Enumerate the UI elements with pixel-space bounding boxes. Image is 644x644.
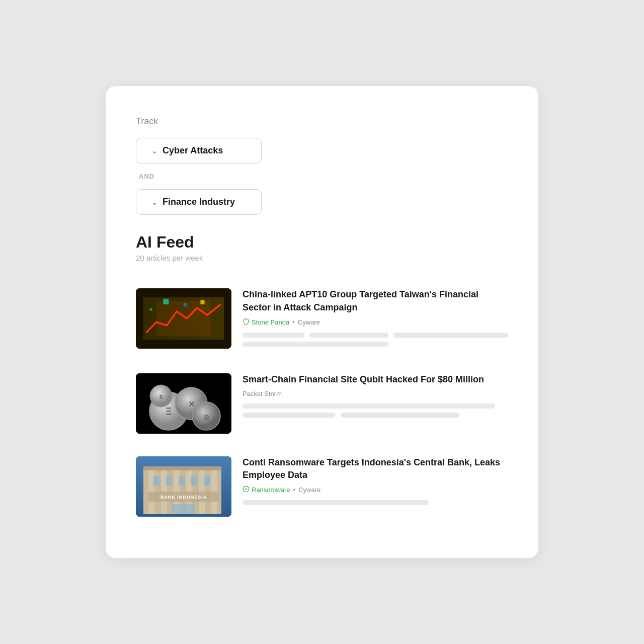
article-tag-1[interactable]: Stone Panda (243, 318, 289, 327)
svg-rect-21 (143, 466, 221, 470)
article-tag-label-3: Ransomware (252, 486, 290, 494)
article-meta-2: Packet Storm (243, 390, 508, 397)
svg-rect-7 (184, 303, 187, 307)
skeleton-1a3 (393, 333, 508, 338)
cyber-attacks-label: Cyber Attacks (163, 145, 223, 156)
article-list: China-linked APT10 Group Targeted Taiwan… (136, 277, 508, 527)
article-source-2: Packet Storm (243, 390, 282, 397)
skeleton-1a2 (309, 333, 389, 338)
cyber-attacks-dropdown[interactable]: ⌄ Cyber Attacks (136, 138, 262, 164)
main-card: Track ⌄ Cyber Attacks AND ⌄ Finance Indu… (106, 86, 538, 557)
tag-icon-3 (243, 486, 250, 494)
article-title-2: Smart-Chain Financial Site Qubit Hacked … (243, 373, 508, 386)
svg-text:✕: ✕ (188, 400, 195, 409)
finance-industry-dropdown[interactable]: ⌄ Finance Industry (136, 189, 262, 215)
svg-text:$: $ (159, 394, 163, 400)
tag-icon-1 (243, 318, 250, 327)
svg-rect-30 (179, 476, 185, 486)
svg-rect-32 (204, 476, 210, 486)
article-thumbnail-1 (136, 288, 231, 349)
svg-text:◎: ◎ (203, 413, 210, 421)
ai-feed-subtitle: 20 articles per week (136, 254, 508, 262)
skeleton-2b1 (243, 413, 336, 418)
article-thumbnail-2: Ξ ✕ ◎ $ (136, 373, 231, 434)
skeleton-row-1a (243, 333, 508, 338)
svg-rect-31 (191, 476, 197, 486)
svg-rect-6 (164, 299, 169, 304)
track-label: Track (136, 116, 508, 127)
chevron-down-icon-2: ⌄ (151, 198, 157, 206)
skeleton-2a (243, 404, 495, 409)
ai-feed-title: AI Feed (136, 233, 508, 252)
table-row[interactable]: China-linked APT10 Group Targeted Taiwan… (136, 277, 508, 362)
and-separator: AND (139, 173, 508, 180)
article-title-1: China-linked APT10 Group Targeted Taiwan… (243, 288, 508, 313)
article-meta-1: Stone Panda • Cyware (243, 318, 508, 327)
svg-rect-8 (201, 300, 205, 304)
article-tag-3[interactable]: Ransomware (243, 486, 290, 494)
svg-text:Ξ: Ξ (166, 406, 172, 417)
article-tag-label-1: Stone Panda (252, 318, 289, 326)
svg-text:BANK INDONESIA: BANK INDONESIA (160, 495, 207, 500)
article-separator-3: • (293, 486, 296, 494)
skeleton-1b (243, 342, 388, 347)
article-content-1: China-linked APT10 Group Targeted Taiwan… (243, 288, 508, 350)
svg-rect-28 (153, 476, 159, 486)
ai-feed-section: AI Feed 20 articles per week (136, 233, 508, 527)
article-title-3: Conti Ransomware Targets Indonesia's Cen… (243, 456, 508, 481)
svg-rect-29 (166, 476, 172, 486)
article-content-3: Conti Ransomware Targets Indonesia's Cen… (243, 456, 508, 509)
svg-rect-35 (172, 504, 195, 514)
article-thumbnail-3: BANK INDONESIA (136, 456, 231, 517)
finance-industry-label: Finance Industry (163, 197, 235, 207)
skeleton-2b2 (341, 413, 460, 418)
table-row[interactable]: Ξ ✕ ◎ $ Smart-Chain Financial Site Qubit… (136, 362, 508, 445)
article-source-3: Cyware (298, 486, 320, 494)
table-row[interactable]: BANK INDONESIA Conti Ransomware Targets … (136, 445, 508, 528)
skeleton-1a1 (243, 333, 304, 338)
article-separator-1: • (292, 318, 295, 326)
chevron-down-icon: ⌄ (151, 147, 157, 155)
skeleton-row-2b (243, 413, 508, 418)
article-meta-3: Ransomware • Cyware (243, 486, 508, 494)
article-source-1: Cyware (298, 318, 320, 326)
skeleton-3a (243, 500, 429, 505)
article-content-2: Smart-Chain Financial Site Qubit Hacked … (243, 373, 508, 422)
svg-rect-9 (150, 308, 152, 311)
